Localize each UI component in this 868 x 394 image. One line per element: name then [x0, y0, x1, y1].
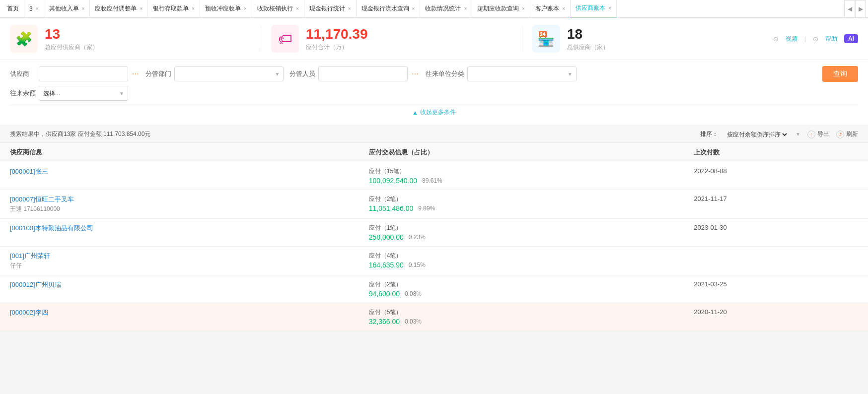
tx-cell-2: 应付（1笔）258,000.000.23% — [359, 219, 684, 247]
close-tab-supplier-ledger[interactable]: × — [608, 5, 611, 11]
nav-arrow-right[interactable]: ▶ — [855, 0, 866, 18]
balance-select[interactable]: 选择... — [39, 86, 128, 101]
supplier-cell-0: [000001]张三 — [0, 162, 359, 190]
nav-tab-bank-deposit[interactable]: 银行存取款单× — [148, 0, 200, 18]
filter-balance: 往来余额 选择... ▼ — [10, 86, 128, 101]
supplier-dots[interactable]: ··· — [131, 69, 140, 78]
supplier-label: 供应商 — [10, 69, 36, 78]
nav-tab-supplier-ledger[interactable]: 供应商账本× — [571, 0, 617, 18]
help-link[interactable]: 帮助 — [825, 35, 837, 43]
top-nav: 首页3×其他收入单×应收应付调整单×银行存取款单×预收冲应收单×收款核销执行×现… — [0, 0, 868, 18]
tx-amount-2[interactable]: 258,000.00 — [369, 233, 404, 241]
nav-tab-other-income[interactable]: 其他收入单× — [44, 0, 90, 18]
supplier-link-0[interactable]: [000001]张三 — [10, 168, 48, 175]
supplier-link-3[interactable]: [001]广州荣轩 — [10, 252, 50, 260]
close-tab-tab3[interactable]: × — [36, 6, 39, 11]
nav-tab-ar-ap-adjust[interactable]: 应收应付调整单× — [90, 0, 148, 18]
tx-amount-1[interactable]: 11,051,486.00 — [369, 204, 414, 212]
query-button[interactable]: 查询 — [822, 66, 858, 82]
nav-tab-tab3[interactable]: 3× — [24, 0, 44, 18]
sort-select[interactable]: 按应付余额倒序排序 按应付余额正序排序 按供应商编号排序 — [725, 131, 789, 138]
supplier-link-2[interactable]: [000100]本特勤油品有限公司 — [10, 224, 93, 232]
refresh-label: 刷新 — [846, 130, 858, 138]
export-button[interactable]: ↑ 导出 — [807, 130, 829, 138]
filter-bar: 供应商 ··· 分管部门 ▼ 分管人员 ··· 往来单位分类 — [0, 60, 868, 126]
tx-amount-5[interactable]: 32,366.00 — [369, 318, 400, 326]
category-select[interactable] — [467, 66, 577, 81]
tx-cell-0: 应付（15笔）100,092,540.0089.61% — [359, 162, 684, 190]
table-header-row: 供应商信息 应付交易信息（占比） 上次付数 — [0, 143, 868, 162]
table-row: [001]广州荣轩仔仔应付（4笔）164,635.900.15% — [0, 247, 868, 275]
last-pay-value-1: 2021-11-17 — [694, 195, 727, 202]
close-tab-prepay-ar[interactable]: × — [244, 6, 247, 11]
supplier-input[interactable] — [39, 66, 128, 81]
stat-block-3: 🏪 18 总供应商（家） — [532, 25, 773, 53]
stat-text-2: 11,170.39 应付合计（万） — [306, 26, 368, 52]
result-bar: 搜索结果中，供应商13家 应付金额 111,703,854.00元 排序： 按应… — [0, 126, 868, 143]
ap-icon: 🏷 — [271, 25, 299, 53]
close-tab-ar-ap-adjust[interactable]: × — [140, 6, 143, 11]
stat-block-1: 🧩 13 总应付供应商（家） — [10, 25, 251, 53]
main-table-wrap: 供应商信息 应付交易信息（占比） 上次付数 [000001]张三应付（15笔）1… — [0, 143, 868, 331]
stat-text-1: 13 总应付供应商（家） — [45, 26, 98, 52]
stat-value-3: 18 — [567, 26, 609, 42]
help-icon: ⊙ — [813, 35, 818, 43]
category-select-wrap: ▼ — [467, 66, 577, 81]
supplier-cell-5: [000002]李四 — [0, 303, 359, 331]
nav-tab-receipt-verify[interactable]: 收款核销执行× — [252, 0, 304, 18]
supplier-link-1[interactable]: [000007]恒旺二手叉车 — [10, 196, 74, 203]
nav-tab-cash-bank-flow[interactable]: 现金银行流水查询× — [357, 0, 421, 18]
nav-tab-receipt-stat[interactable]: 收款情况统计× — [420, 0, 472, 18]
video-icon: ⊙ — [773, 35, 779, 43]
stat-value-1: 13 — [45, 26, 98, 42]
nav-tab-home[interactable]: 首页 — [2, 0, 24, 18]
store-icon: 🏪 — [532, 25, 560, 53]
stat-divider-2 — [522, 26, 522, 51]
close-tab-bank-deposit[interactable]: × — [192, 6, 195, 11]
supplier-link-4[interactable]: [000012]广州贝瑞 — [10, 281, 61, 288]
tx-amount-4[interactable]: 94,600.00 — [369, 290, 400, 298]
ai-badge[interactable]: Ai — [844, 34, 858, 43]
export-icon: ↑ — [807, 131, 815, 138]
tx-pct-2: 0.23% — [409, 234, 426, 241]
nav-tab-prepay-ar[interactable]: 预收冲应收单× — [200, 0, 252, 18]
tx-pct-1: 9.89% — [418, 205, 435, 212]
stat-text-3: 18 总供应商（家） — [567, 26, 609, 52]
stat-value-2: 11,170.39 — [306, 26, 368, 42]
close-tab-cash-bank-stat[interactable]: × — [348, 6, 351, 11]
refresh-button[interactable]: ↺ 刷新 — [836, 130, 858, 138]
last-pay-value-4: 2021-03-25 — [694, 280, 727, 288]
nav-tab-customer-ledger[interactable]: 客户账本× — [530, 0, 571, 18]
last-pay-cell-5: 2020-11-20 — [684, 303, 868, 331]
close-tab-customer-ledger[interactable]: × — [562, 6, 565, 11]
person-label: 分管人员 — [289, 69, 315, 78]
tx-cell-3: 应付（4笔）164,635.900.15% — [359, 247, 684, 275]
close-tab-receipt-stat[interactable]: × — [464, 6, 467, 11]
close-tab-cash-bank-flow[interactable]: × — [412, 6, 415, 11]
nav-tab-overdue-ar[interactable]: 超期应收款查询× — [472, 0, 530, 18]
filter-person: 分管人员 ··· — [289, 66, 419, 81]
dept-select[interactable] — [174, 66, 284, 81]
header-links: ⊙ 视频 | ⊙ 帮助 Ai — [773, 34, 858, 43]
close-tab-receipt-verify[interactable]: × — [296, 6, 299, 11]
tx-amount-0[interactable]: 100,092,540.00 — [369, 177, 417, 185]
close-tab-overdue-ar[interactable]: × — [522, 6, 525, 11]
last-pay-cell-1: 2021-11-17 — [684, 190, 868, 219]
table-row: [000001]张三应付（15笔）100,092,540.0089.61%202… — [0, 162, 868, 190]
nav-tab-cash-bank-stat[interactable]: 现金银行统计× — [304, 0, 357, 18]
last-pay-cell-0: 2022-08-08 — [684, 162, 868, 190]
supplier-link-5[interactable]: [000002]李四 — [10, 309, 48, 316]
person-dots[interactable]: ··· — [411, 69, 419, 78]
collapse-button[interactable]: ▲ 收起更多条件 — [10, 105, 858, 120]
nav-arrow-left[interactable]: ◀ — [844, 0, 855, 18]
filter-row-2: 往来余额 选择... ▼ — [10, 86, 858, 101]
person-input[interactable] — [318, 66, 408, 81]
filter-dept: 分管部门 ▼ — [145, 66, 284, 81]
sort-chevron-icon: ▼ — [796, 131, 800, 137]
result-summary: 搜索结果中，供应商13家 应付金额 111,703,854.00元 — [10, 130, 150, 138]
filter-row-1: 供应商 ··· 分管部门 ▼ 分管人员 ··· 往来单位分类 — [10, 66, 858, 82]
close-tab-other-income[interactable]: × — [82, 6, 85, 11]
video-link[interactable]: 视频 — [786, 35, 797, 43]
stat-header: 🧩 13 总应付供应商（家） 🏷 11,170.39 应付合计（万） 🏪 18 … — [0, 18, 868, 60]
tx-amount-3[interactable]: 164,635.90 — [369, 261, 404, 269]
